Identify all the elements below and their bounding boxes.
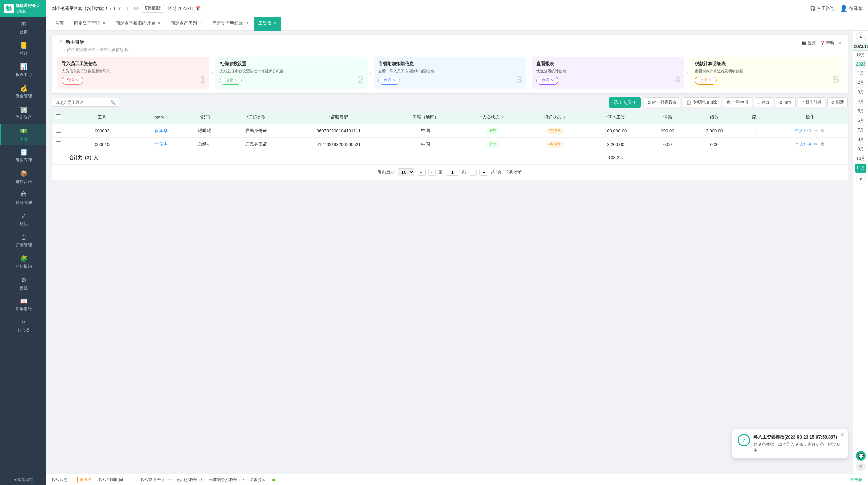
prev-page-btn[interactable]: ‹ [428, 169, 436, 176]
month-nav-7[interactable]: 7月 [855, 126, 866, 135]
sidebar-item-tax[interactable]: 🏛税务管理 [0, 188, 46, 209]
first-page-btn[interactable]: « [417, 169, 426, 176]
sidebar-item-settings[interactable]: ⚙设置 [0, 273, 46, 294]
sidebar-item-archive[interactable]: 🗄归档管理 [0, 230, 46, 251]
employee-action-0: 个人社保 ✏ 🗑 [772, 124, 848, 137]
switch-version-btn[interactable]: 切到旧版 [142, 4, 164, 13]
toolbar-action-guide[interactable]: ?新手引导 [798, 97, 825, 107]
month-nav-10[interactable]: 10月 [855, 154, 866, 164]
month-nav-4[interactable]: 4月 [855, 97, 866, 107]
sort-name-icon[interactable]: ⇅ [165, 116, 168, 119]
tab-close-depreciation[interactable]: ✕ [157, 21, 160, 25]
recharge-link[interactable]: 去充值 [850, 477, 863, 483]
toolbar-action-social-insurance[interactable]: ⚙统一社保设置 [644, 97, 680, 107]
employee-link-1[interactable]: 李俊杰 [155, 142, 168, 147]
toolbar-action-tax-declare[interactable]: 🏛个税申报 [723, 97, 752, 107]
sidebar-item-vip[interactable]: V畅会员 [0, 316, 46, 337]
sidebar-item-expense[interactable]: 🧩小畅报销 [0, 251, 46, 273]
tab-detail[interactable]: 固定资产明细账✕ [208, 17, 253, 31]
delete-icon-1[interactable]: 🗑 [820, 142, 825, 147]
tab-close-fixed-assets[interactable]: ✕ [102, 21, 105, 25]
page-number-input[interactable] [446, 169, 459, 176]
add-account-icon[interactable]: ＋ [125, 5, 130, 12]
toolbar-action-operation[interactable]: ⚙操作 [775, 97, 796, 107]
row-select-1[interactable] [56, 141, 61, 146]
month-nav-6[interactable]: 6月 [855, 116, 866, 126]
auth-total: 授权数量合计：0 [141, 477, 172, 483]
sidebar-item-guide[interactable]: 📖新手引导 [0, 294, 46, 316]
sidebar-label-settlement: 结账 [20, 221, 28, 227]
sidebar-item-ledger[interactable]: 📒总账 [0, 38, 46, 60]
step-btn-2[interactable]: 设置 > [220, 77, 242, 85]
step-btn-4[interactable]: 查看 > [536, 77, 558, 85]
special-deduction-label: 专项附加扣除 [693, 99, 717, 105]
toolbar-action-export[interactable]: ↓导出 [754, 97, 773, 107]
next-page-btn[interactable]: › [469, 169, 476, 176]
warning-dot-icon [272, 479, 275, 481]
month-nav-3[interactable]: 3月 [855, 88, 866, 97]
employee-link-0[interactable]: 徐泽华 [155, 128, 168, 133]
step-arrow-1: › [209, 69, 215, 76]
sidebar-item-fixed-assets[interactable]: 🏢固定资产 [0, 102, 46, 124]
export-icon: ↓ [758, 100, 760, 105]
step-btn-5[interactable]: 查看 > [695, 77, 716, 85]
sidebar-item-funds[interactable]: 💰资金管理 [0, 81, 46, 102]
sidebar-item-reports[interactable]: 📊报表中心 [0, 60, 46, 81]
help-btn[interactable]: ❓ 帮助 [820, 40, 834, 46]
social-insurance-link-1[interactable]: 个人社保 [795, 142, 811, 147]
account-dropdown-icon[interactable]: ▼ [118, 6, 121, 11]
tab-fixed-assets[interactable]: 固定资产管理✕ [69, 17, 110, 31]
calendar-icon[interactable]: 📅 [195, 6, 201, 11]
tab-category[interactable]: 固定资产类别✕ [166, 17, 207, 31]
sidebar-item-settlement[interactable]: ✓结账 [0, 209, 46, 230]
date-nav-up[interactable]: ▲ [856, 32, 866, 41]
tab-close-detail[interactable]: ✕ [245, 21, 248, 25]
employee-name-0[interactable]: 徐泽华 [139, 124, 183, 137]
help-icon[interactable]: ⚙ [856, 462, 866, 471]
edit-icon-0[interactable]: ✏ [814, 128, 818, 133]
last-page-btn[interactable]: » [479, 169, 488, 176]
feedback-icon[interactable]: 💬 [856, 451, 866, 461]
sidebar-item-invoice[interactable]: 🧾发票管理 [0, 145, 46, 167]
month-nav-2[interactable]: 2月 [855, 78, 866, 88]
step-btn-3[interactable]: 查看 > [378, 77, 400, 85]
ai-consult-btn[interactable]: 🎧 人工咨询 [810, 5, 834, 12]
month-nav-8[interactable]: 8月 [855, 135, 866, 145]
sidebar-item-home[interactable]: ⊞首页 [0, 17, 46, 38]
add-employee-btn[interactable]: 添加人员 ▼ [609, 97, 641, 108]
filter-report-icon[interactable]: ▼ [563, 115, 566, 119]
tab-close-salary[interactable]: ✕ [274, 21, 277, 25]
per-page-select[interactable]: 10 20 50 [398, 168, 414, 176]
footer-performance: -- [689, 151, 739, 164]
month-nav-5[interactable]: 5月 [855, 107, 866, 116]
select-all-checkbox[interactable] [56, 114, 61, 119]
settings-icon[interactable]: ⚙ [134, 5, 138, 12]
sidebar-item-salary[interactable]: 💵工资 [0, 124, 46, 145]
tab-close-category[interactable]: ✕ [199, 21, 202, 25]
employee-name-1[interactable]: 李俊杰 [139, 137, 183, 151]
tab-label-category: 固定资产类别 [171, 20, 197, 26]
date-nav-down[interactable]: ▼ [856, 174, 866, 184]
edit-icon-1[interactable]: ✏ [814, 142, 818, 147]
toolbar-action-refresh[interactable]: ↻刷新 [827, 97, 848, 107]
tab-depreciation[interactable]: 固定资产折旧统计表✕ [111, 17, 165, 31]
tab-salary[interactable]: 工资表✕ [254, 17, 281, 31]
sidebar-pin-toggle[interactable]: ◀ 取消固定 [0, 474, 46, 485]
search-input[interactable] [55, 100, 108, 105]
search-box[interactable]: 🔍 [52, 98, 119, 107]
guide-close-btn[interactable]: ✕ [838, 40, 842, 46]
toolbar-action-special-deduction[interactable]: 📋专项附加扣除 [683, 97, 721, 107]
month-nav-12[interactable]: 12月 [855, 51, 866, 60]
filter-status-icon[interactable]: ▼ [501, 115, 505, 119]
month-nav-9[interactable]: 9月 [855, 145, 866, 154]
video-btn[interactable]: 🎬 视频 [801, 40, 815, 46]
month-nav-1[interactable]: 1月 [855, 69, 866, 78]
toast-close-btn[interactable]: ✕ [840, 432, 844, 437]
sidebar-item-purchase-sale[interactable]: 📦进销台账 [0, 167, 46, 188]
delete-icon-0[interactable]: 🗑 [820, 128, 825, 133]
social-insurance-link-0[interactable]: 个人社保 [795, 128, 811, 133]
row-select-0[interactable] [56, 128, 61, 133]
tab-home[interactable]: 首页 [50, 17, 68, 31]
month-nav-11[interactable]: 11月 [855, 164, 866, 173]
step-btn-1[interactable]: 导入 > [62, 77, 83, 85]
